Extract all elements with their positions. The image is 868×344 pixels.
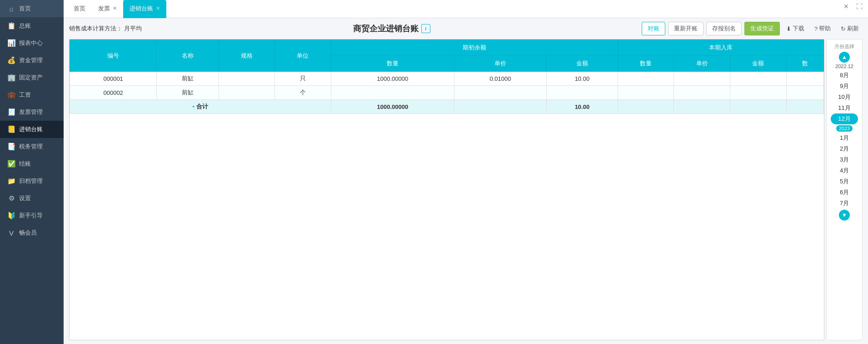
sidebar-item-purchase[interactable]: 📒进销台账 [0,121,64,138]
month-prev-button[interactable]: ▲ [839,52,850,63]
generate-voucher-button[interactable]: 生成凭证 [744,22,780,35]
col-opening-amount: 金额 [546,56,618,72]
cell-opening-price: 0.01000 [454,72,547,86]
total-label: ▪合计 [70,100,331,114]
sidebar-label-invoice: 发票管理 [19,108,43,116]
sidebar-icon-invoice: 🧾 [7,108,15,116]
info-icon[interactable]: i [421,24,430,33]
sidebar-item-member[interactable]: V畅会员 [0,224,64,241]
download-button[interactable]: ⬇ 下载 [783,22,808,35]
sidebar-item-asset[interactable]: 🏢固定资产 [0,69,64,86]
cell-spec [219,72,275,86]
total-opening-amount: 10.00 [546,100,618,114]
month-1[interactable]: 1月 [831,133,858,143]
table-row[interactable]: 000002 前缸 个 [70,86,824,100]
month-2[interactable]: 2月 [831,143,858,154]
month-5[interactable]: 5月 [831,176,858,187]
month-3[interactable]: 3月 [831,154,858,165]
table-row[interactable]: 000001 前缸 只 1000.00000 0.01000 10.00 [70,72,824,86]
cell-unit: 只 [275,72,331,86]
month-12-active[interactable]: 12月 [831,113,858,124]
sidebar-item-salary[interactable]: 💼工资 [0,86,64,103]
help-icon: ? [814,25,818,32]
cell-current-in-qty [618,72,674,86]
cell-opening-amount: 10.00 [546,72,618,86]
title-bar: 销售成本计算方法： 月平均 商贸企业进销台账 i 对账 重新开账 存报别名 生成… [69,22,863,35]
cell-name: 前缸 [157,72,219,86]
main-area: 首页发票✕进销台账✕ 销售成本计算方法： 月平均 商贸企业进销台账 i 对账 重… [64,0,868,344]
cell-opening-price [454,86,547,100]
tab-close-invoice[interactable]: ✕ [113,5,117,11]
sidebar-icon-report: 📊 [7,39,15,47]
data-table: 编号 名称 规格 单位 期初余额 本期入库 数量 单价 金额 数量 [70,39,824,114]
refresh-button[interactable]: ↻ 刷新 [837,22,863,35]
tab-close-purchase[interactable]: ✕ [156,5,160,11]
tab-invoice[interactable]: 发票✕ [92,0,123,18]
table-wrapper[interactable]: 编号 名称 规格 单位 期初余额 本期入库 数量 单价 金额 数量 [69,39,824,340]
sidebar-item-archive[interactable]: 📁归档管理 [0,172,64,190]
month-10[interactable]: 10月 [831,92,858,103]
col-current-in-qty: 数量 [618,56,674,72]
year-2022-label: 2022.12 [835,64,853,69]
save-alias-button[interactable]: 存报别名 [706,22,742,35]
cell-code: 000002 [70,86,157,100]
sidebar-label-purchase: 进销台账 [19,125,43,133]
cost-method-label: 销售成本计算方法： [69,25,122,32]
sidebar-icon-guide: 🔰 [7,211,15,220]
help-button[interactable]: ? 帮助 [811,22,834,35]
sidebar-item-fund[interactable]: 💰资金管理 [0,52,64,69]
sidebar-item-home[interactable]: ⌂首页 [0,0,64,17]
refresh-icon: ↻ [841,25,846,32]
sidebar-icon-asset: 🏢 [7,74,15,82]
cell-current-in-price [674,86,730,100]
sidebar-label-settings: 设置 [19,194,31,202]
sidebar-item-checkout[interactable]: ✅结账 [0,155,64,172]
col-current-in: 本期入库 [618,40,823,56]
month-8[interactable]: 8月 [831,70,858,81]
col-opening-price: 单价 [454,56,547,72]
sidebar-icon-salary: 💼 [7,91,15,99]
sidebar-item-tax[interactable]: 📑税务管理 [0,138,64,155]
sidebar-item-guide[interactable]: 🔰新手引导 [0,207,64,224]
month-7[interactable]: 7月 [831,198,858,209]
tab-purchase[interactable]: 进销台账✕ [123,0,166,18]
sidebar-item-invoice[interactable]: 🧾发票管理 [0,103,64,121]
compare-button[interactable]: 对账 [642,22,665,35]
content-area: 编号 名称 规格 单位 期初余额 本期入库 数量 单价 金额 数量 [69,39,863,340]
sidebar-item-report[interactable]: 📊报表中心 [0,34,64,52]
tab-label-home: 首页 [74,5,85,13]
cell-current-in-qty2 [786,86,823,100]
sidebar-item-ledger[interactable]: 📋总账 [0,17,64,34]
page-title-text: 商贸企业进销台账 [353,23,419,34]
month-11[interactable]: 11月 [831,103,858,113]
sidebar-icon-fund: 💰 [7,56,15,64]
col-unit: 单位 [275,40,331,72]
cell-current-in-qty [618,86,674,100]
sidebar-icon-member: V [7,229,15,237]
sidebar-label-tax: 税务管理 [19,143,43,151]
sidebar-icon-tax: 📑 [7,143,15,151]
window-controls: ✕ ⛶ [842,2,864,11]
close-button[interactable]: ✕ [842,2,851,11]
month-next-button[interactable]: ▼ [839,210,850,221]
cell-opening-qty: 1000.00000 [331,72,454,86]
month-4[interactable]: 4月 [831,165,858,176]
cost-method: 销售成本计算方法： 月平均 [69,25,142,33]
sidebar: ⌂首页📋总账📊报表中心💰资金管理🏢固定资产💼工资🧾发票管理📒进销台账📑税务管理✅… [0,0,64,344]
year-2023-badge: 2023 [836,125,853,132]
sidebar-item-settings[interactable]: ⚙设置 [0,190,64,207]
maximize-button[interactable]: ⛶ [854,2,864,11]
total-opening-price [454,100,547,114]
tab-home[interactable]: 首页 [67,0,92,18]
total-current-in-qty [618,100,674,114]
sidebar-label-ledger: 总账 [19,22,31,30]
col-current-in-price: 单价 [674,56,730,72]
cell-unit: 个 [275,86,331,100]
sidebar-label-member: 畅会员 [19,229,37,237]
month-6[interactable]: 6月 [831,187,858,198]
cell-current-in-amount [730,86,787,100]
sidebar-icon-archive: 📁 [7,177,15,185]
reopen-button[interactable]: 重新开账 [668,22,703,35]
sidebar-label-salary: 工资 [19,91,31,99]
month-9[interactable]: 9月 [831,81,858,92]
